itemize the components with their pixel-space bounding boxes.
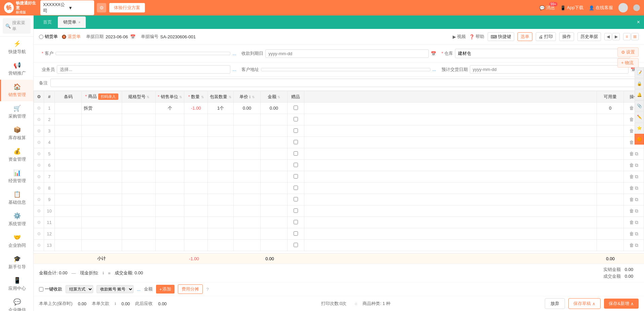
next-btn[interactable]: ▶ — [612, 33, 620, 40]
message-btn[interactable]: 💬 消息 99+ — [539, 5, 555, 11]
discard-btn[interactable]: 放弃 — [545, 298, 565, 309]
account-select[interactable]: 收款账号 账号 — [97, 285, 134, 293]
cell-spec[interactable] — [122, 103, 156, 114]
cell-spec[interactable] — [122, 205, 156, 217]
float-btn-2[interactable]: 🔒 — [635, 78, 644, 89]
select-btn[interactable]: 选单 — [518, 32, 532, 41]
cell-pack[interactable] — [208, 148, 234, 160]
cell-price[interactable] — [233, 171, 260, 183]
float-btn-1[interactable]: 📝 — [635, 67, 644, 78]
cell-barcode[interactable] — [55, 148, 82, 160]
cell-gift[interactable] — [287, 194, 304, 205]
gift-checkbox[interactable] — [294, 186, 298, 190]
cell-price[interactable] — [233, 125, 260, 137]
video-btn[interactable]: ▶ 视频 — [453, 34, 466, 40]
cell-unit[interactable]: 个 — [156, 103, 184, 114]
cell-amount[interactable] — [260, 205, 287, 217]
action-btn[interactable]: 操作 — [559, 32, 574, 41]
gift-checkbox[interactable] — [294, 140, 298, 144]
delete-row-btn[interactable]: 🗑 — [629, 220, 634, 225]
cell-qty[interactable] — [184, 171, 208, 183]
cell-qty[interactable] — [184, 160, 208, 171]
copy-row-btn[interactable]: ⧉ — [635, 208, 638, 213]
cell-pack[interactable] — [208, 228, 234, 240]
settings-gear-btn[interactable]: ⚙ — [97, 3, 106, 12]
cell-product[interactable] — [82, 114, 122, 125]
radio-sale-input[interactable] — [39, 35, 43, 39]
cell-qty[interactable] — [184, 148, 208, 160]
cell-qty[interactable] — [184, 137, 208, 148]
cell-unit[interactable] — [156, 114, 184, 125]
cell-spec[interactable] — [122, 194, 156, 205]
sidebar-item-sales[interactable]: 🏠 销售管理 — [0, 80, 33, 101]
cell-pack[interactable] — [208, 217, 234, 228]
delete-row-btn[interactable]: 🗑 — [629, 128, 634, 133]
cell-pack[interactable]: 1个 — [208, 103, 234, 114]
cell-amount[interactable] — [260, 183, 287, 194]
cell-price[interactable] — [233, 194, 260, 205]
cell-product[interactable] — [82, 148, 122, 160]
cell-spec[interactable] — [122, 114, 156, 125]
tab-close-icon[interactable]: × — [78, 20, 80, 24]
cell-unit[interactable] — [156, 183, 184, 194]
sidebar-item-marketing[interactable]: 📢 营销推广 — [0, 58, 33, 80]
cell-barcode[interactable] — [55, 114, 82, 125]
cell-amount[interactable] — [260, 125, 287, 137]
copy-row-btn[interactable]: ⧉ — [635, 231, 638, 236]
sidebar-item-system[interactable]: ⚙️ 系统管理 — [0, 209, 33, 230]
cell-amount[interactable] — [260, 171, 287, 183]
sidebar-item-guide[interactable]: 🎓 新手引导 — [0, 252, 33, 273]
list-view-btn[interactable]: ≡ — [623, 33, 631, 40]
cell-spec[interactable] — [122, 217, 156, 228]
cell-unit[interactable] — [156, 240, 184, 251]
salesman-input[interactable] — [57, 65, 230, 74]
gift-checkbox[interactable] — [294, 197, 298, 201]
cell-qty[interactable] — [184, 114, 208, 125]
cell-barcode[interactable] — [55, 171, 82, 183]
setup-btn[interactable]: ⚙ 设置 — [617, 47, 639, 57]
delete-row-btn[interactable]: 🗑 — [629, 242, 634, 248]
delete-row-btn[interactable]: 🗑 — [629, 197, 634, 202]
cell-amount[interactable] — [260, 148, 287, 160]
cell-amount[interactable] — [260, 240, 287, 251]
cell-price[interactable] — [233, 240, 260, 251]
cell-product[interactable] — [82, 240, 122, 251]
gift-checkbox[interactable] — [294, 174, 298, 179]
cell-amount[interactable] — [260, 160, 287, 171]
due-date-input[interactable] — [265, 49, 428, 58]
cell-qty[interactable] — [184, 125, 208, 137]
cell-pack[interactable] — [208, 171, 234, 183]
cell-gift[interactable] — [287, 240, 304, 251]
cell-gift[interactable] — [287, 114, 304, 125]
delete-row-btn[interactable]: 🗑 — [629, 105, 634, 111]
cell-spec[interactable] — [122, 171, 156, 183]
cell-unit[interactable] — [156, 160, 184, 171]
cell-barcode[interactable] — [55, 240, 82, 251]
cell-barcode[interactable] — [55, 194, 82, 205]
gift-checkbox[interactable] — [294, 231, 298, 236]
gift-checkbox[interactable] — [294, 220, 298, 224]
float-btn-7[interactable]: 🟠 — [635, 134, 644, 145]
user-avatar[interactable] — [618, 3, 628, 12]
cell-product[interactable]: 拆货 — [82, 103, 122, 114]
cell-product[interactable] — [82, 160, 122, 171]
expected-date-input[interactable] — [470, 65, 629, 74]
gift-checkbox[interactable] — [294, 163, 298, 167]
cell-pack[interactable] — [208, 205, 234, 217]
cell-unit[interactable] — [156, 171, 184, 183]
cell-qty[interactable] — [184, 217, 208, 228]
sidebar-item-quick-nav[interactable]: ⚡ 快捷导航 — [0, 37, 33, 58]
delete-row-btn[interactable]: 🗑 — [629, 140, 634, 145]
remark-input[interactable] — [50, 79, 639, 87]
app-download-btn[interactable]: 📱 App下载 — [560, 5, 583, 11]
cell-price[interactable] — [233, 217, 260, 228]
save-new-btn[interactable]: 保存&新增 ∧ — [604, 299, 639, 309]
prev-btn[interactable]: ◀ — [604, 33, 612, 40]
cell-unit[interactable] — [156, 125, 184, 137]
copy-row-btn[interactable]: ⧉ — [635, 174, 638, 179]
delete-row-btn[interactable]: 🗑 — [629, 151, 634, 156]
cell-gift[interactable] — [287, 160, 304, 171]
gift-checkbox[interactable] — [294, 128, 298, 133]
sidebar-search-btn[interactable]: 🔍 搜索菜单 — [3, 18, 31, 34]
cell-barcode[interactable] — [55, 217, 82, 228]
